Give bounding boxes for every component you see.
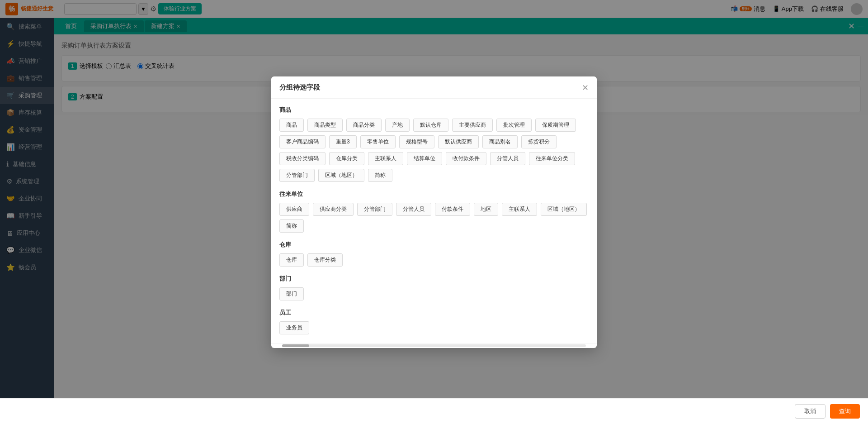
tag-partner-6[interactable]: 主联系人 (502, 203, 537, 216)
field-tags-partner: 供应商 供应商分类 分管部门 分管人员 付款条件 地区 主联系人 区域（地区） … (279, 203, 589, 233)
tag-product-7[interactable]: 保质期管理 (535, 119, 576, 132)
tag-product-5[interactable]: 主要供应商 (452, 119, 493, 132)
tag-product-18[interactable]: 结算单位 (407, 152, 442, 165)
tag-product-2[interactable]: 商品分类 (346, 119, 382, 132)
tag-product-22[interactable]: 分管部门 (279, 169, 315, 182)
field-group-dept-title: 部门 (279, 275, 589, 283)
tag-partner-3[interactable]: 分管人员 (396, 203, 431, 216)
dialog-footer: 取消 查询 (0, 398, 868, 424)
tag-product-15[interactable]: 税收分类编码 (279, 152, 326, 165)
tag-product-17[interactable]: 主联系人 (368, 152, 403, 165)
tag-partner-4[interactable]: 付款条件 (435, 203, 470, 216)
tag-warehouse-0[interactable]: 仓库 (279, 253, 304, 267)
tag-product-21[interactable]: 往来单位分类 (529, 152, 575, 165)
field-group-staff: 员工 业务员 (279, 309, 589, 334)
field-group-warehouse: 仓库 仓库 仓库分类 (279, 241, 589, 267)
tag-partner-5[interactable]: 地区 (474, 203, 498, 216)
field-tags-dept: 部门 (279, 287, 589, 300)
tag-staff-0[interactable]: 业务员 (279, 321, 309, 334)
dialog-title: 分组待选字段 (279, 83, 320, 92)
tag-partner-2[interactable]: 分管部门 (357, 203, 392, 216)
tag-product-3[interactable]: 产地 (385, 119, 410, 132)
horizontal-scrollbar[interactable] (271, 343, 597, 348)
tag-warehouse-1[interactable]: 仓库分类 (307, 253, 343, 267)
tag-product-16[interactable]: 仓库分类 (329, 152, 364, 165)
tag-product-1[interactable]: 商品类型 (307, 119, 343, 132)
tag-product-9[interactable]: 重量3 (329, 135, 357, 148)
field-group-dept: 部门 部门 (279, 275, 589, 300)
tag-product-0[interactable]: 商品 (279, 119, 304, 132)
dialog-close-btn[interactable]: ✕ (582, 83, 589, 93)
tag-product-23[interactable]: 区域（地区） (318, 169, 364, 182)
tag-product-10[interactable]: 零售单位 (360, 135, 396, 148)
field-group-partner: 往来单位 供应商 供应商分类 分管部门 分管人员 付款条件 地区 主联系人 区域… (279, 190, 589, 233)
confirm-button[interactable]: 查询 (830, 404, 860, 419)
tag-dept-0[interactable]: 部门 (279, 287, 304, 300)
tag-product-4[interactable]: 默认仓库 (413, 119, 448, 132)
tag-partner-1[interactable]: 供应商分类 (313, 203, 354, 216)
tag-product-24[interactable]: 简称 (368, 169, 392, 182)
hscroll-track (282, 344, 586, 347)
field-tags-warehouse: 仓库 仓库分类 (279, 253, 589, 267)
tag-product-14[interactable]: 拣货积分 (521, 135, 557, 148)
tag-partner-7[interactable]: 区域（地区） (541, 203, 587, 216)
field-group-product: 商品 商品 商品类型 商品分类 产地 默认仓库 主要供应商 批次管理 保质期管理… (279, 106, 589, 182)
tag-product-8[interactable]: 客户商品编码 (279, 135, 326, 148)
tag-product-12[interactable]: 默认供应商 (438, 135, 479, 148)
modal-overlay: 分组待选字段 ✕ 商品 商品 商品类型 商品分类 产地 默认仓库 主要供应商 批… (0, 0, 868, 424)
tag-partner-8[interactable]: 简称 (279, 219, 304, 233)
dialog-body: 商品 商品 商品类型 商品分类 产地 默认仓库 主要供应商 批次管理 保质期管理… (271, 99, 597, 343)
field-group-staff-title: 员工 (279, 309, 589, 317)
tag-partner-0[interactable]: 供应商 (279, 203, 309, 216)
field-group-product-title: 商品 (279, 106, 589, 114)
tag-product-11[interactable]: 规格型号 (399, 135, 434, 148)
field-group-partner-title: 往来单位 (279, 190, 589, 198)
dialog: 分组待选字段 ✕ 商品 商品 商品类型 商品分类 产地 默认仓库 主要供应商 批… (271, 76, 597, 348)
tag-product-20[interactable]: 分管人员 (490, 152, 525, 165)
tag-product-13[interactable]: 商品别名 (482, 135, 518, 148)
tag-product-6[interactable]: 批次管理 (496, 119, 532, 132)
field-tags-product: 商品 商品类型 商品分类 产地 默认仓库 主要供应商 批次管理 保质期管理 客户… (279, 119, 589, 182)
field-tags-staff: 业务员 (279, 321, 589, 334)
cancel-button[interactable]: 取消 (795, 404, 826, 419)
field-group-warehouse-title: 仓库 (279, 241, 589, 249)
tag-product-19[interactable]: 收付款条件 (446, 152, 486, 165)
dialog-header: 分组待选字段 ✕ (271, 76, 597, 99)
